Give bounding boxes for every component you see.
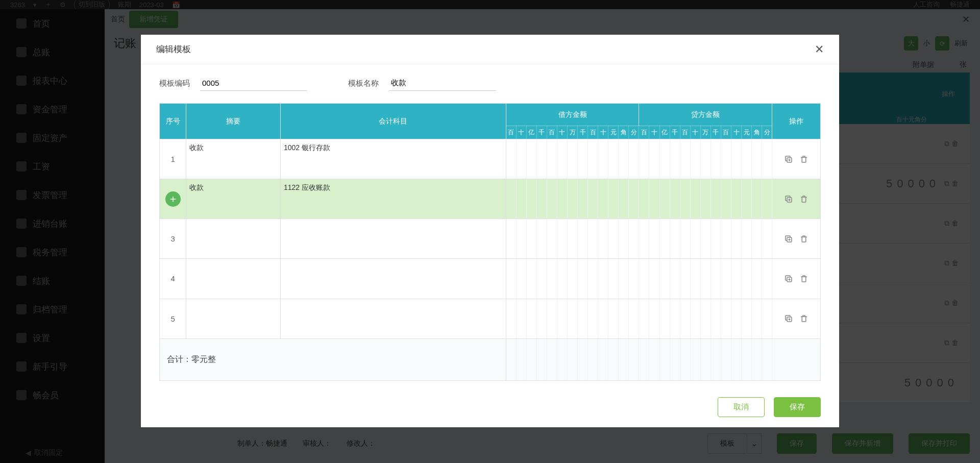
debit-digit[interactable] [547,259,557,299]
debit-digit[interactable] [536,179,547,219]
debit-digit[interactable] [619,299,629,338]
credit-digit[interactable] [649,299,659,338]
debit-digit[interactable] [506,259,516,299]
credit-digit[interactable] [690,219,700,259]
credit-digit[interactable] [731,219,741,259]
credit-digit[interactable] [670,139,680,179]
template-name-input[interactable] [389,76,496,91]
debit-digit[interactable] [629,219,639,259]
table-row[interactable]: 1收款1002 银行存款 [160,139,821,179]
credit-digit[interactable] [752,139,762,179]
debit-digit[interactable] [578,299,588,338]
debit-digit[interactable] [598,179,608,219]
credit-digit[interactable] [700,259,710,299]
delete-row-icon[interactable] [799,234,808,243]
debit-digit[interactable] [567,139,577,179]
debit-digit[interactable] [547,139,557,179]
credit-digit[interactable] [639,259,649,299]
debit-digit[interactable] [578,219,588,259]
debit-digit[interactable] [516,299,526,338]
credit-digit[interactable] [742,179,752,219]
credit-digit[interactable] [639,219,649,259]
debit-digit[interactable] [536,219,547,259]
table-row[interactable]: 3 [160,219,821,259]
credit-digit[interactable] [762,219,772,259]
credit-digit[interactable] [680,139,690,179]
debit-digit[interactable] [619,259,629,299]
credit-digit[interactable] [680,299,690,338]
debit-digit[interactable] [629,139,639,179]
credit-digit[interactable] [639,299,649,338]
debit-digit[interactable] [516,179,526,219]
credit-digit[interactable] [752,219,762,259]
credit-digit[interactable] [690,299,700,338]
debit-digit[interactable] [526,139,536,179]
debit-digit[interactable] [516,259,526,299]
credit-digit[interactable] [731,179,741,219]
debit-digit[interactable] [608,219,619,259]
copy-row-icon[interactable] [784,274,793,283]
debit-digit[interactable] [588,139,598,179]
credit-digit[interactable] [731,259,741,299]
copy-row-icon[interactable] [784,155,793,164]
credit-digit[interactable] [659,179,670,219]
credit-digit[interactable] [680,179,690,219]
credit-digit[interactable] [710,139,721,179]
debit-digit[interactable] [567,259,577,299]
debit-digit[interactable] [629,179,639,219]
copy-row-icon[interactable] [784,194,793,204]
credit-digit[interactable] [742,259,752,299]
debit-digit[interactable] [567,219,577,259]
credit-digit[interactable] [742,139,752,179]
debit-digit[interactable] [588,299,598,338]
credit-digit[interactable] [710,219,721,259]
credit-digit[interactable] [670,219,680,259]
debit-digit[interactable] [536,299,547,338]
debit-digit[interactable] [598,139,608,179]
credit-digit[interactable] [721,179,731,219]
credit-digit[interactable] [752,179,762,219]
row-summary-cell[interactable] [186,259,281,299]
debit-digit[interactable] [629,259,639,299]
row-summary-cell[interactable] [186,219,281,259]
delete-row-icon[interactable] [799,274,808,283]
debit-digit[interactable] [608,299,619,338]
credit-digit[interactable] [639,139,649,179]
row-subject-cell[interactable]: 1122 应收账款 [280,179,506,219]
credit-digit[interactable] [659,139,670,179]
debit-digit[interactable] [526,259,536,299]
credit-digit[interactable] [670,259,680,299]
debit-digit[interactable] [536,139,547,179]
credit-digit[interactable] [762,299,772,338]
debit-digit[interactable] [506,179,516,219]
row-subject-cell[interactable] [280,299,506,338]
debit-digit[interactable] [588,259,598,299]
credit-digit[interactable] [742,299,752,338]
copy-row-icon[interactable] [784,234,793,243]
row-summary-cell[interactable] [186,299,281,338]
save-button[interactable]: 保存 [774,397,821,417]
row-subject-cell[interactable] [280,259,506,299]
debit-digit[interactable] [557,179,567,219]
debit-digit[interactable] [547,299,557,338]
debit-digit[interactable] [578,259,588,299]
debit-digit[interactable] [516,219,526,259]
credit-digit[interactable] [649,139,659,179]
table-row[interactable]: 4 [160,259,821,299]
debit-digit[interactable] [557,299,567,338]
debit-digit[interactable] [557,219,567,259]
modal-close-icon[interactable]: ✕ [815,43,824,56]
credit-digit[interactable] [690,179,700,219]
delete-row-icon[interactable] [799,194,808,204]
debit-digit[interactable] [598,299,608,338]
credit-digit[interactable] [752,259,762,299]
debit-digit[interactable] [629,299,639,338]
credit-digit[interactable] [762,259,772,299]
credit-digit[interactable] [721,219,731,259]
debit-digit[interactable] [598,219,608,259]
credit-digit[interactable] [742,219,752,259]
add-row-icon[interactable]: ＋ [165,191,181,207]
credit-digit[interactable] [690,259,700,299]
debit-digit[interactable] [557,259,567,299]
credit-digit[interactable] [670,179,680,219]
